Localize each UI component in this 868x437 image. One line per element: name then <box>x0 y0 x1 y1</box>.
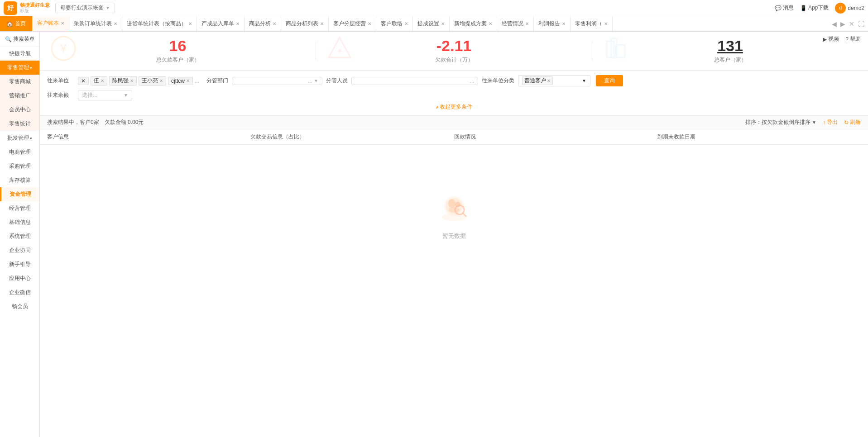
tab-next-btn[interactable]: ▶ <box>839 19 846 28</box>
tab-inbound[interactable]: 进货单统计表（按商品） ✕ <box>122 16 197 32</box>
sort-selector[interactable]: 排序：按欠款金额倒序排序 ▼ <box>745 119 816 126</box>
tab-prompt[interactable]: 提成设置 ✕ <box>413 16 450 32</box>
refresh-label: 刷新 <box>850 119 861 126</box>
remove-tag-unit4[interactable]: ✕ <box>186 78 190 83</box>
tab-close-operation[interactable]: ✕ <box>525 21 529 26</box>
sidebar-item-operation-mgr[interactable]: 经营管理 <box>0 201 39 215</box>
sidebar-item-member[interactable]: 会员中心 <box>0 103 39 117</box>
results-right: 排序：按欠款金额倒序排序 ▼ ↑ 导出 ↻ 刷新 <box>745 119 861 126</box>
sidebar-item-marketing[interactable]: 营销推广 <box>0 89 39 103</box>
help-btn[interactable]: ? 帮助 <box>845 35 861 43</box>
sidebar-item-newcomer[interactable]: 新手引导 <box>0 257 39 271</box>
sidebar-item-retail-mall[interactable]: 零售商城 <box>0 75 39 89</box>
enterprise-selector[interactable]: 母婴行业演示帐套 ▼ <box>55 3 115 13</box>
top-bar-right: 💬 消息 📱 App下载 d demo2 <box>775 3 864 14</box>
svg-point-12 <box>449 207 460 213</box>
tab-new-prompt[interactable]: 新增提成方案 ✕ <box>450 16 497 32</box>
balance-placeholder: 选择... <box>82 91 124 99</box>
tab-goods-list[interactable]: 商品分析列表 ✕ <box>281 16 329 32</box>
sidebar-item-ecommerce[interactable]: 电商管理 <box>0 145 39 159</box>
tab-home[interactable]: 🏠 首页 <box>0 16 33 32</box>
sidebar-item-retail[interactable]: 零售管理 ▾ <box>0 61 39 75</box>
results-bar: 搜索结果中，客户0家 欠款金额 0.00元 排序：按欠款金额倒序排序 ▼ ↑ 导… <box>40 116 868 129</box>
filter-tag-unit4: cjttcw ✕ <box>168 77 193 85</box>
sidebar-item-system[interactable]: 系统管理 <box>0 229 39 243</box>
tab-close-profit[interactable]: ✕ <box>562 21 566 26</box>
tab-customer-link[interactable]: 客户联络 ✕ <box>376 16 413 32</box>
sidebar-item-inventory[interactable]: 库存核算 <box>0 173 39 187</box>
tab-account[interactable]: 客户账本 ✕ <box>33 16 69 32</box>
col-due-date: 到期未收款日期 <box>657 133 861 141</box>
remove-tag-unit2[interactable]: ✕ <box>130 78 134 83</box>
query-btn[interactable]: 查询 <box>596 75 623 86</box>
search-icon: 🔍 <box>5 36 12 43</box>
sidebar-item-basic-info[interactable]: 基础信息 <box>0 215 39 229</box>
stat-label-3: 总客户（家） <box>714 56 747 64</box>
logo-icon: 好 <box>4 1 17 15</box>
tab-prev-btn[interactable]: ◀ <box>831 19 838 28</box>
tab-purchase-order[interactable]: 采购订单统计表 ✕ <box>69 16 122 32</box>
sidebar-item-enterprise-coop[interactable]: 企业协同 <box>0 243 39 257</box>
tab-close-all-btn[interactable]: ✕ <box>848 19 855 28</box>
stat-icon-2: ✦ <box>327 36 352 66</box>
remove-tag-unit1[interactable]: ✕ <box>101 78 104 83</box>
video-btn[interactable]: ▶ 视频 <box>823 35 839 43</box>
app-download-btn[interactable]: 📱 App下载 <box>800 4 829 12</box>
sidebar-item-retail-stat[interactable]: 零售统计 <box>0 117 39 131</box>
balance-arrow: ▼ <box>124 93 128 98</box>
refresh-icon: ↻ <box>844 119 849 126</box>
remove-category[interactable]: ✕ <box>547 78 551 83</box>
tab-profit[interactable]: 利润报告 ✕ <box>534 16 571 32</box>
person-more: ... <box>470 78 474 84</box>
svg-rect-4 <box>607 41 614 57</box>
collapse-btn[interactable]: ∧ 收起更多条件 <box>436 103 472 111</box>
tab-close-account[interactable]: ✕ <box>61 21 64 26</box>
tab-close-new-prompt[interactable]: ✕ <box>489 21 492 26</box>
svg-text:¥: ¥ <box>60 42 67 54</box>
filter-row-1: 往来单位 ✕ 伍 ✕ 陈民强 ✕ 王小亮 ✕ <box>47 75 861 86</box>
tab-goods-analysis[interactable]: 商品分析 ✕ <box>245 16 281 32</box>
sidebar-item-member-card[interactable]: 畅会员 <box>0 299 39 314</box>
message-btn[interactable]: 💬 消息 <box>775 4 794 12</box>
refresh-btn[interactable]: ↻ 刷新 <box>844 119 861 126</box>
sort-arrow-icon: ▼ <box>812 120 816 125</box>
balance-selector[interactable]: 选择... ▼ <box>78 90 132 100</box>
tab-close-goods-list[interactable]: ✕ <box>320 21 324 26</box>
tab-close-purchase[interactable]: ✕ <box>114 21 117 26</box>
category-selector[interactable]: 普通客户 ✕ ▼ <box>518 75 590 86</box>
sidebar-quick-nav[interactable]: 快捷导航 <box>0 47 39 61</box>
sidebar-item-app-center[interactable]: 应用中心 <box>0 271 39 285</box>
tab-close-goods[interactable]: ✕ <box>273 21 276 26</box>
tab-cost-inbound[interactable]: 产成品入库单 ✕ <box>197 16 245 32</box>
stat-number-3: 131 <box>717 38 743 53</box>
export-btn[interactable]: ↑ 导出 <box>823 119 838 126</box>
remove-tag-unit3[interactable]: ✕ <box>159 78 163 83</box>
tab-close-inbound[interactable]: ✕ <box>188 21 192 26</box>
person-selector[interactable]: ... <box>351 77 478 85</box>
tab-close-prompt[interactable]: ✕ <box>441 21 445 26</box>
tab-close-link[interactable]: ✕ <box>404 21 408 26</box>
stats-bar: ¥ 16 总欠款客户（家） ✦ -2.11 欠款合计（万） <box>40 32 868 71</box>
sidebar-item-purchase[interactable]: 采购管理 <box>0 159 39 173</box>
tab-close-tier[interactable]: ✕ <box>368 21 371 26</box>
empty-text: 暂无数据 <box>442 232 466 240</box>
user-area[interactable]: d demo2 <box>835 3 864 14</box>
help-icon: ? <box>845 36 849 43</box>
export-icon: ↑ <box>823 119 825 126</box>
tab-customer-tier[interactable]: 客户分层经营 ✕ <box>329 16 376 32</box>
tab-close-cost[interactable]: ✕ <box>236 21 240 26</box>
tab-operation[interactable]: 经营情况 ✕ <box>497 16 534 32</box>
sidebar-item-wholesale[interactable]: 批发管理 ▾ <box>0 131 39 145</box>
tab-retail-profit[interactable]: 零售利润（ ✕ <box>571 16 613 32</box>
tab-expand-btn[interactable]: ⛶ <box>857 19 865 28</box>
filter-more-btn[interactable]: ... <box>195 78 199 84</box>
logo-text-line1: 畅捷通好生意 <box>20 2 50 8</box>
tab-close-retail[interactable]: ✕ <box>604 21 608 26</box>
sidebar-item-enterprise-wechat[interactable]: 企业微信 <box>0 285 39 299</box>
dept-selector[interactable]: ... ▼ <box>232 77 322 85</box>
sidebar-item-capital[interactable]: 资金管理 <box>0 187 39 201</box>
filter-tag-unit1: 伍 ✕ <box>91 76 107 86</box>
table-empty-state: 暂无数据 <box>40 145 868 285</box>
logo-area: 好 畅捷通好生意 标版 <box>4 1 50 15</box>
sidebar-search-btn[interactable]: 🔍 搜索菜单 <box>0 32 39 47</box>
